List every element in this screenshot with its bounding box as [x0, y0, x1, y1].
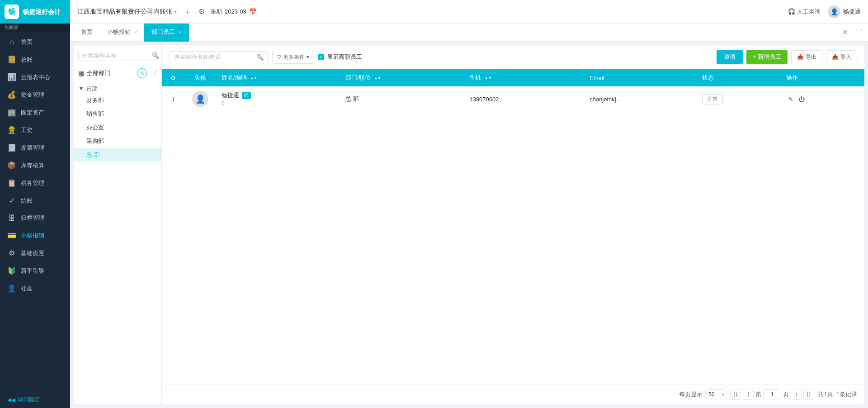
invite-button[interactable]: 邀请: [717, 50, 743, 64]
sidebar-item-archive[interactable]: 🗄 归档管理: [0, 209, 70, 227]
sidebar-item-funds[interactable]: 💰 资金管理: [0, 86, 70, 104]
row-name: 畅捷通 部 0: [216, 86, 340, 112]
user-avatar-icon: 👤: [830, 8, 838, 15]
col-phone[interactable]: 手机 ▲▼: [464, 69, 584, 86]
dept-search-input[interactable]: [82, 52, 150, 59]
invoices-icon: 🧾: [7, 143, 16, 152]
dept-group-header: ▼ 总部: [74, 83, 161, 94]
employee-search-box[interactable]: 🔍: [169, 51, 269, 63]
dept-group-arrow: ▼: [78, 85, 84, 92]
col-settings[interactable]: ⚙: [162, 69, 184, 86]
sidebar-item-guide[interactable]: 🔰 新手引导: [0, 262, 70, 280]
sidebar-item-expense[interactable]: 💳 小畅报销: [0, 227, 70, 244]
dept-sort-icon: ▲▼: [374, 76, 381, 80]
row-email: chanjethkj...: [584, 86, 696, 112]
sidebar-item-tax[interactable]: 📋 税务管理: [0, 174, 70, 192]
sidebar-item-inventory[interactable]: 📦 库存核算: [0, 157, 70, 174]
unpin-button[interactable]: ◀◀ 取消固定: [0, 391, 70, 408]
calendar-icon[interactable]: 📅: [249, 8, 257, 15]
page-size-selector: 每页显示 50 10 20 100 ▾: [679, 389, 726, 399]
dept-collapse-icon[interactable]: 《: [151, 70, 157, 77]
pagination: 每页显示 50 10 20 100 ▾ ⟨⟨ ⟨ 第: [162, 384, 864, 404]
employee-search-input[interactable]: [174, 54, 254, 60]
show-resigned-label: 显示离职员工: [327, 53, 362, 61]
sidebar-item-settings[interactable]: ⚙ 基础设置: [0, 244, 70, 262]
tab-expense-close[interactable]: ×: [134, 29, 137, 35]
topbar: 江西服宝精品有限责任公司内账张 ▾ ＋ ⚙ 账期 2023-03 📅 🎧 人工咨…: [70, 0, 868, 24]
edit-employee-button[interactable]: ✎: [786, 95, 795, 104]
export-button[interactable]: 📤 导出: [791, 50, 822, 64]
per-page-label: 每页显示: [679, 390, 703, 399]
archive-icon: 🗄: [7, 214, 16, 222]
sidebar-item-payroll[interactable]: 👷 工资: [0, 121, 70, 139]
sidebar-item-ledger[interactable]: 📒 总账: [0, 51, 70, 68]
inventory-icon: 📦: [7, 161, 16, 170]
tab-home[interactable]: 首页: [74, 24, 100, 42]
all-departments[interactable]: ▦ 全部部门 ✎ 《: [74, 66, 161, 81]
sidebar-item-label-assets: 固定资产: [21, 109, 44, 117]
employee-code: 0: [222, 100, 335, 107]
tab-close-all-icon[interactable]: ✕: [840, 26, 850, 38]
dept-item-purchase[interactable]: 采购部: [74, 134, 161, 148]
sidebar-item-checkout[interactable]: ✓ 结账: [0, 192, 70, 209]
table-row: 1 👤 畅捷通 部 0: [162, 86, 864, 112]
company-dropdown-icon: ▾: [174, 9, 177, 15]
topbar-right: 🎧 人工咨询 👤 畅捷通: [788, 5, 861, 18]
dept-item-finance[interactable]: 财务部: [74, 94, 161, 107]
show-resigned-toggle[interactable]: ✓ 显示离职员工: [318, 53, 362, 61]
consult-button[interactable]: 🎧 人工咨询: [788, 8, 821, 16]
sidebar-logo: 畅 畅捷通好会计: [0, 0, 70, 24]
page-prev-button[interactable]: ⟨: [743, 389, 754, 400]
sidebar-item-account[interactable]: 👤 社会: [0, 280, 70, 297]
dept-search-icon[interactable]: 🔍: [152, 52, 159, 59]
employee-name-row: 畅捷通 部: [222, 91, 335, 100]
page-input[interactable]: [763, 389, 781, 399]
col-name[interactable]: 姓名/编码 ▲▼: [216, 69, 340, 86]
add-company-button[interactable]: ＋: [182, 6, 193, 17]
col-dept[interactable]: 部门/职位 ▲▼: [340, 69, 464, 86]
page-size-select[interactable]: 50 10 20 100: [705, 389, 726, 399]
funds-icon: 💰: [7, 90, 16, 99]
tab-home-label: 首页: [81, 28, 93, 36]
page-next-button[interactable]: ⟩: [791, 389, 802, 400]
sidebar-item-reports[interactable]: 📊 云报表中心: [0, 68, 70, 86]
sidebar-item-assets[interactable]: 🏢 固定资产: [0, 104, 70, 121]
department-panel: 🔍 ▦ 全部部门 ✎ 《 ▼ 总部 财务部 销售部 办公室 采购部 总 部: [74, 45, 162, 404]
sidebar-item-invoices[interactable]: 🧾 发票管理: [0, 139, 70, 157]
col-avatar: 头像: [184, 69, 216, 86]
page-first-button[interactable]: ⟨⟨: [730, 389, 741, 400]
resigned-checkbox[interactable]: ✓: [318, 54, 324, 60]
employee-search-icon[interactable]: 🔍: [256, 54, 264, 61]
sidebar-item-home[interactable]: ⌂ 首页: [0, 33, 70, 51]
tab-department-close[interactable]: ×: [179, 29, 181, 35]
row-index: 1: [162, 86, 184, 112]
tab-department[interactable]: 部门员工 ×: [144, 24, 189, 42]
tab-expense[interactable]: 小畅报销 ×: [100, 24, 144, 42]
dept-search-box[interactable]: 🔍: [78, 50, 157, 61]
page-label: 第: [755, 390, 761, 399]
logout-employee-button[interactable]: ⏻: [797, 95, 807, 104]
topbar-settings-icon[interactable]: ⚙: [198, 7, 205, 16]
company-name: 江西服宝精品有限责任公司内账张: [77, 8, 172, 16]
page-last-button[interactable]: ⟩⟩: [803, 389, 814, 400]
import-button[interactable]: 📥 导入: [826, 50, 857, 64]
export-icon: 📤: [797, 54, 804, 60]
sidebar-item-label-invoices: 发票管理: [21, 144, 44, 152]
add-employee-button[interactable]: + 新增员工: [746, 50, 788, 64]
main-content: 江西服宝精品有限责任公司内账张 ▾ ＋ ⚙ 账期 2023-03 📅 🎧 人工咨…: [70, 0, 868, 408]
dept-item-sales[interactable]: 销售部: [74, 107, 161, 121]
user-menu[interactable]: 👤 畅捷通: [828, 5, 861, 18]
tab-expand-icon[interactable]: ⛶: [854, 27, 864, 38]
phone-sort-icon: ▲▼: [485, 76, 492, 80]
company-selector[interactable]: 江西服宝精品有限责任公司内账张 ▾: [77, 8, 177, 16]
account-icon: 👤: [7, 284, 16, 293]
sidebar-item-label-tax: 税务管理: [21, 179, 44, 187]
dept-group-label: 总部: [86, 85, 98, 92]
dept-item-office[interactable]: 办公室: [74, 121, 161, 134]
col-settings-icon: ⚙: [170, 75, 176, 81]
tab-expense-label: 小畅报销: [107, 28, 131, 36]
filter-button[interactable]: ▽ 更多条件 ▾: [272, 51, 314, 64]
guide-icon: 🔰: [7, 266, 16, 275]
dept-edit-button[interactable]: ✎: [137, 68, 147, 78]
dept-item-general[interactable]: 总 部: [74, 148, 161, 161]
